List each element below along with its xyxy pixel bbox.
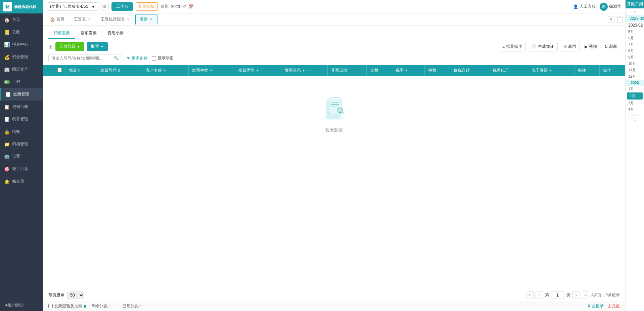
date-month-4[interactable]: 4月 [626,106,644,113]
date-entry-1[interactable]: 2023.02 [626,15,644,22]
prev-page-button[interactable]: ‹ [536,291,543,299]
tab-expand-button[interactable]: ⛶ [616,16,623,23]
last-page-button[interactable]: » [582,291,589,299]
show-detail-input[interactable] [152,56,156,61]
cancel-fixed-button[interactable]: ◀取消固定 [0,300,43,311]
batch-operation-button[interactable]: ≡ 批量操作 [499,42,526,51]
toolbar-right: ≡ 批量操作 📄 生成凭证 ⊕ 新增 ▶ 视频 ↻ 刷新 [499,42,620,51]
sidebar-item-settings[interactable]: ⚙️ 设置 [0,150,43,163]
tab-payroll-stats[interactable]: 工资统计报表 ✕ [96,14,135,25]
avatar: 徐 [600,3,608,11]
date-entry-2[interactable]: 2023.02 [626,22,644,29]
close-payroll-table-button[interactable]: ✕ [87,17,91,21]
date-month-1[interactable]: 1月 [626,86,644,92]
date-scroll-area[interactable]: 2023.02 2023.02 5月 6月 7月 8月 9月 10月 11月 1… [626,15,644,311]
col-invoice-category[interactable]: 发票类型 ▼ [235,65,281,76]
topbar-right: 👤 人工客服 徐 徐溢华 [573,3,621,11]
sidebar-item-home[interactable]: 🏠 首页 [0,13,43,26]
pagination-controls: « ‹ 第 页 › » 共0页，0条记录 [526,291,620,299]
tab-invoice[interactable]: 发票 ✕ [135,14,157,25]
select-all-checkbox[interactable] [57,68,62,72]
page-number-input[interactable] [551,291,564,299]
col-invoice-type[interactable]: 发票种类 ▼ [189,65,235,76]
settings-icon: ⚙️ [4,154,9,159]
more-conditions-button[interactable]: ▼ 更多条件 [126,55,148,61]
sidebar-item-archive[interactable]: 📁 归档管理 [0,138,43,150]
generate-voucher-button[interactable]: 📄 生成凭证 [528,42,558,51]
col-invoice-no[interactable]: 发票号码 ⇅ [97,65,142,76]
close-invoice-button[interactable]: ✕ [149,17,153,21]
sidebar-item-reports[interactable]: 📊 报表中心 [0,38,43,51]
date-month-2-active[interactable]: 2月 [627,92,643,100]
search-input[interactable] [51,56,112,61]
username-label: 徐溢华 [609,4,621,9]
date-month-11[interactable]: 11月 [626,67,644,73]
copy-button[interactable]: ⧉ [101,3,109,10]
date-month-9[interactable]: 9月 [626,54,644,61]
col-action: 操作 [600,65,625,76]
col-remark[interactable]: 备注 [574,65,600,76]
date-month-3[interactable]: 3月 [626,100,644,106]
switch-version-button[interactable]: 切到旧版 [136,2,158,11]
verify-checkbox[interactable] [48,304,53,308]
company-selector[interactable]: (勿删）江西服宝-LSS ▼ [47,2,98,11]
filter-icon: ▼ [302,69,306,72]
sidebar-item-member[interactable]: ⭐ 畅会员 [0,175,43,188]
join-record-link[interactable]: 加盟记录 [588,303,604,309]
col-customer[interactable]: 客户名称 ▼ [142,65,188,76]
sidebar-item-tax[interactable]: 📑 税务管理 [0,113,43,125]
sidebar-item-guide[interactable]: 🎯 新手引导 [0,163,43,175]
sidebar-item-sales[interactable]: 📋 进销台账 [0,101,43,113]
date-panel-close-button[interactable]: ✕ [626,8,644,15]
col-e-invoice[interactable]: 电子发票 ▼ [528,65,574,76]
video-button[interactable]: ▶ 视频 [582,42,600,51]
next-page-button[interactable]: › [572,291,580,299]
take-ticket-button[interactable]: 取票 ▼ [87,42,108,51]
customer-service-button[interactable]: 👤 人工客服 [573,4,596,9]
col-open-date[interactable]: 开票日期 [328,65,367,76]
sidebar-item-funds[interactable]: 💰 资金管理 [0,51,43,63]
year-label-2023: 2023 [626,80,644,86]
subtab-sales-invoice[interactable]: 销项发票 [48,28,75,39]
col-tax-total[interactable]: 价税合计 [450,65,489,76]
date-month-10[interactable]: 10月 [626,61,644,67]
sidebar-item-assets[interactable]: 🏢 固定资产 [0,63,43,76]
new-button[interactable]: ⊕ 新增 [560,42,580,51]
sidebar-item-closing[interactable]: 🔒 结账 [0,125,43,138]
close-payroll-stats-button[interactable]: ✕ [126,17,130,21]
date-month-12[interactable]: 12月 [626,73,644,80]
col-voucher[interactable]: 凭证 ⇅ [65,65,97,76]
per-page-select[interactable]: 50 100 200 [67,291,84,299]
subtab-expense-receipt[interactable]: 费用小票 [102,28,129,39]
sidebar-item-payroll[interactable]: 💵 工资 [0,76,43,88]
col-invoice-status[interactable]: 发票状态 ▼ [281,65,328,76]
tab-home[interactable]: 🏠 首页 [46,14,69,25]
workspace-button[interactable]: 工作台 [111,2,133,11]
tab-panel-close-button[interactable]: ✕ [608,16,614,23]
date-nav-down[interactable]: ↓ [632,114,638,121]
subtab-purchase-invoice[interactable]: 进项发票 [75,28,102,39]
col-tax[interactable]: 税额 [425,65,450,76]
no-tax-button[interactable]: 无血取票 ▼ [55,42,84,51]
verify-checkbox-label[interactable]: 发票查验及拍照 [48,303,86,309]
show-detail-checkbox[interactable]: 显示明细 [152,55,174,61]
first-page-button[interactable]: « [526,291,534,299]
refresh-button[interactable]: ↻ 刷新 [602,42,620,51]
col-amount[interactable]: 金额 [367,65,392,76]
col-tax-code[interactable]: 税局代开 [489,65,528,76]
user-profile-button[interactable]: 徐 徐溢华 [600,3,621,11]
date-month-6[interactable]: 6月 [626,35,644,41]
date-month-5[interactable]: 5月 [626,29,644,35]
page-label: 第 [545,292,549,298]
tab-payroll-table[interactable]: 工资表 ✕ [70,14,96,25]
grid-view-icon[interactable]: ⊞ [48,43,53,50]
open-period-button[interactable]: 开账日期 [626,0,644,8]
date-month-8[interactable]: 8月 [626,48,644,54]
topbar: (勿删）江西服宝-LSS ▼ ⧉ 工作台 切到旧版 账期 2023-02 📅 👤… [43,0,625,13]
recharge-link[interactable]: 去充值 [608,303,620,309]
col-tax-rate[interactable]: 税率 ▼ [392,65,425,76]
date-entry-label: 2023.02 [630,16,644,21]
sidebar-item-ledger[interactable]: 📒 总账 [0,26,43,38]
date-month-7[interactable]: 7月 [626,41,644,48]
sidebar-item-invoice[interactable]: 🧾 发票管理 [0,88,43,101]
